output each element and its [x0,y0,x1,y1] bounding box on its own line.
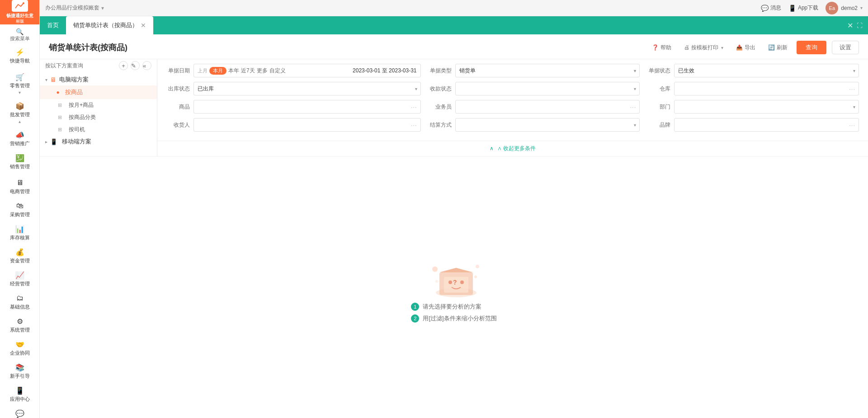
logo-icon [12,0,28,12]
settlement-select[interactable] [455,118,640,132]
product-dots-icon[interactable]: ··· [411,104,417,110]
print-btn[interactable]: 🖨 按模板打印 ▾ [680,42,727,53]
sidebar-item-finance[interactable]: 💰 资金管理 [0,244,39,267]
mobile-group-icon: 📱 [50,138,57,145]
warehouse-dots-icon[interactable]: ··· [849,86,855,92]
page-header: 销货单统计表(按商品) ❓ 帮助 🖨 按模板打印 ▾ 📤 导出 🔄 刷新 [40,34,868,59]
enterprise-icon: 🤝 [15,340,24,349]
brand-input[interactable] [674,118,859,132]
desktop-scheme-group: ▾ 🖥 电脑端方案 ● 按商品 ⊞ 按月+商品 [40,74,157,136]
tab-report[interactable]: 销货单统计表（按商品） ✕ [66,16,153,34]
search-label: 搜索菜单 [4,35,36,42]
sidebar-item-system[interactable]: ⚙ 系统管理 [0,313,39,336]
app-download-btn[interactable]: 📱 App下载 [788,4,818,12]
doctype-select[interactable]: 销货单 [455,64,640,77]
filter-area: 按以下方案查询 + ✎ « ▾ 🖥 电脑端方案 [40,59,868,157]
sidebar-item-wechat[interactable]: 💬 企业微信 [0,405,39,418]
scheme-item-by-category[interactable]: ⊞ 按商品分类 [45,111,157,124]
filter-field-salesperson: 业务员 ··· [428,100,640,114]
filter-form-row: 单据日期 上月 本月 本年 近7天 更多 自定义 [157,59,868,141]
brand-dots-icon[interactable]: ··· [849,122,855,128]
operations-icon: 📈 [15,271,24,280]
filter-form-area: 单据日期 上月 本月 本年 近7天 更多 自定义 [157,59,868,156]
date-more-btn[interactable]: 更多 [257,67,268,75]
help-btn[interactable]: ❓ 帮助 [648,42,675,53]
sidebar-item-newuser[interactable]: 📚 新手引导 [0,359,39,382]
search-menu-item[interactable]: 🔍 帮助 搜索菜单 [0,24,39,44]
date-label: 单据日期 [166,67,193,75]
sidebar-item-sales[interactable]: 💹 销售管理 [0,150,39,173]
collapse-scheme-btn[interactable]: « [142,61,151,70]
help-icon: ❓ [652,44,659,51]
mobile-group-header[interactable]: ▸ 📱 移动端方案 [40,136,157,147]
breadcrumb-dropdown-icon[interactable]: ▾ [101,5,104,11]
mobile-group-arrow-icon: ▸ [45,139,47,144]
export-btn[interactable]: 📤 导出 [732,42,759,53]
sidebar-item-purchase[interactable]: 🛍 采购管理 [0,198,39,221]
scheme-item-by-product[interactable]: ● 按商品 [40,86,157,99]
svg-text:?: ? [453,279,457,286]
filter-field-department: 部门 ▾ [647,100,859,114]
filter-form-panel: 单据日期 上月 本月 本年 近7天 更多 自定义 [157,59,868,141]
scheme-subgroup: ⊞ 按月+商品 ⊞ 按商品分类 ⊞ 按司机 [40,99,157,136]
docstatus-select[interactable]: 已生效 [674,64,859,77]
scheme-item-by-month-product[interactable]: ⊞ 按月+商品 [45,99,157,111]
docstatus-label: 单据状态 [647,67,674,75]
sidebar-item-inventory[interactable]: 📊 库存核算 [0,221,39,244]
salesperson-dots-icon[interactable]: ··· [630,104,636,110]
filter-field-date: 单据日期 上月 本月 本年 近7天 更多 自定义 [166,64,421,77]
sidebar-item-enterprise[interactable]: 🤝 企业协同 [0,336,39,359]
date-custom-btn[interactable]: 自定义 [269,67,286,75]
sidebar-item-quicknav[interactable]: ⚡ 快捷导航 [0,44,39,67]
query-button[interactable]: 查询 [797,41,826,54]
tabbar: 首页 销货单统计表（按商品） ✕ ✕ ⛶ [40,16,868,34]
ecommerce-icon: 🖥 [15,178,24,187]
close-window-icon[interactable]: ✕ [847,21,853,30]
sidebar-item-marketing[interactable]: 📣 营销推广 [0,127,39,150]
maximize-icon[interactable]: ⛶ [857,22,863,29]
sidebar-item-basic[interactable]: 🗂 基础信息 [0,290,39,313]
filter-row-2: 出库状态 已出库 ▾ 收款状态 [166,82,859,95]
salesperson-input[interactable] [455,100,640,114]
by-product-icon: ● [54,89,61,96]
outstatus-select[interactable]: 已出库 [193,82,421,95]
date-active-tag[interactable]: 本月 [209,67,226,75]
sidebar-item-operations[interactable]: 📈 经营管理 [0,267,39,290]
desktop-group-header[interactable]: ▾ 🖥 电脑端方案 [40,74,157,86]
filter-row-4: 收货人 ··· 结算方式 [166,118,859,132]
sidebar-item-ecommerce[interactable]: 🖥 电商管理 [0,175,39,198]
tab-close-icon[interactable]: ✕ [141,22,146,28]
retail-arrow-icon: ▾ [19,90,21,95]
add-scheme-btn[interactable]: + [119,61,128,70]
warehouse-input[interactable] [674,82,859,95]
refresh-btn[interactable]: 🔄 刷新 [764,42,791,53]
sidebar-item-wholesale[interactable]: 📦 批发管理 ▴ [0,98,39,127]
recipient-input[interactable] [193,118,421,132]
brand-label: 品牌 [647,121,674,129]
finance-icon: 💰 [15,247,24,256]
messages-btn[interactable]: 💬 消息 [761,4,781,12]
date-week-btn[interactable]: 近7天 [241,67,255,75]
appcenter-icon: 📱 [15,386,24,395]
department-select[interactable] [674,100,859,114]
collapse-bar[interactable]: ∧ ∧ 收起更多条件 [157,141,868,156]
sidebar-item-appcenter[interactable]: 📱 应用中心 [0,382,39,405]
filter-field-receiptstatus: 收款状态 ▾ [428,82,640,95]
date-year-btn[interactable]: 本年 [228,67,239,75]
recipient-dots-icon[interactable]: ··· [411,122,417,128]
settings-button[interactable]: 设置 [832,41,859,54]
newuser-icon: 📚 [15,363,24,372]
filter-field-docstatus: 单据状态 已生效 ▾ [647,64,859,77]
product-input[interactable] [193,100,421,114]
tabbar-right-actions: ✕ ⛶ [847,21,868,30]
topbar-actions: 💬 消息 📱 App下载 Ea demo2 ▾ [761,2,863,14]
hint-num-2: 2 [411,314,419,323]
app-logo: 畅捷通好生意 标版 [0,0,39,24]
user-menu[interactable]: Ea demo2 ▾ [826,2,863,14]
sidebar-item-retail[interactable]: 🛒 零售管理 ▾ [0,69,39,98]
receiptstatus-select[interactable] [455,82,640,95]
scheme-item-by-cashier[interactable]: ⊞ 按司机 [45,124,157,136]
tab-home[interactable]: 首页 [40,16,66,34]
subitem-icon-3: ⊞ [58,127,65,133]
edit-scheme-btn[interactable]: ✎ [131,61,140,70]
